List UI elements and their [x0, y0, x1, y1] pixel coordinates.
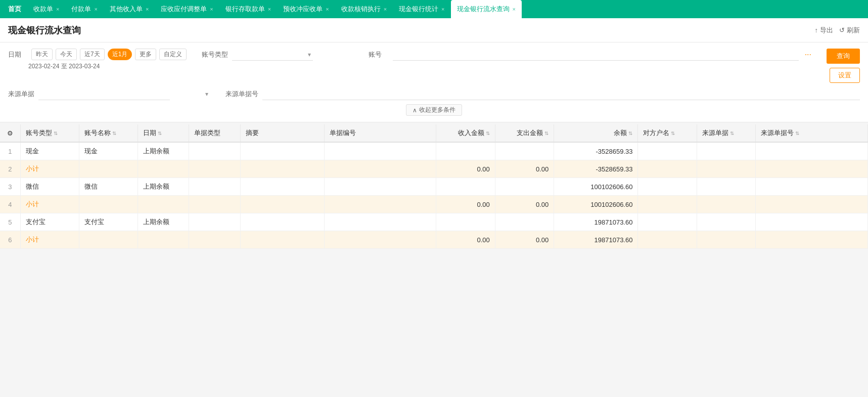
cell-source-doc-num — [756, 178, 868, 196]
cell-expense: 0.00 — [495, 196, 554, 213]
sort-icon: ⇅ — [486, 130, 490, 136]
cell-counterpart — [638, 196, 697, 213]
cell-doc-num — [324, 178, 436, 196]
source-doc-select[interactable] — [38, 88, 170, 100]
cell-balance: -3528659.33 — [554, 160, 638, 178]
cell-summary — [240, 196, 324, 213]
cell-account-name — [79, 231, 138, 249]
close-icon[interactable]: × — [210, 6, 213, 12]
date-btn-yesterday[interactable]: 昨天 — [31, 49, 53, 60]
cell-counterpart — [638, 160, 697, 178]
col-date[interactable]: 日期⇅ — [138, 124, 189, 142]
query-button[interactable]: 查询 — [827, 49, 860, 64]
refresh-button[interactable]: ↺ 刷新 — [839, 26, 860, 35]
collapse-button[interactable]: ∧ 收起更多条件 — [406, 104, 462, 116]
nav-tab-shoukuandan[interactable]: 收款单 × — [27, 0, 65, 18]
date-btn-1month[interactable]: 近1月 — [108, 49, 132, 60]
nav-tab-yinhangcunqu[interactable]: 银行存取款单 × — [219, 0, 277, 18]
nav-tab-liushui[interactable]: 现金银行流水查询 × — [451, 0, 522, 18]
nav-tab-xianjinyinhang[interactable]: 现金银行统计 × — [393, 0, 450, 18]
close-icon[interactable]: × — [441, 6, 444, 12]
page-header: 现金银行流水查询 ↑ 导出 ↺ 刷新 — [0, 18, 868, 42]
row-number: 6 — [0, 231, 20, 249]
col-account-name[interactable]: 账号名称⇅ — [79, 124, 138, 142]
source-doc-num-input[interactable] — [262, 88, 860, 100]
date-btn-more[interactable]: 更多 — [135, 49, 156, 60]
close-icon[interactable]: × — [384, 6, 387, 12]
nav-home[interactable]: 首页 — [2, 0, 27, 18]
cell-doc-num — [324, 160, 436, 178]
col-summary[interactable]: 摘要 — [240, 124, 324, 142]
account-input[interactable] — [393, 49, 798, 61]
close-icon[interactable]: × — [94, 6, 97, 12]
cell-summary — [240, 160, 324, 178]
close-icon[interactable]: × — [268, 6, 271, 12]
data-table: ⚙ 账号类型⇅ 账号名称⇅ 日期⇅ 单据类型 摘要 单据编号 — [0, 124, 868, 249]
nav-tab-yingshouyingfu[interactable]: 应收应付调整单 × — [155, 0, 219, 18]
cell-doc-type — [189, 196, 240, 213]
close-icon[interactable]: × — [326, 6, 329, 12]
cell-date: 上期余额 — [138, 142, 189, 160]
row-number: 3 — [0, 178, 20, 196]
cell-source-doc-num — [756, 142, 868, 160]
gear-icon: ⚙ — [7, 129, 13, 137]
cell-income: 0.00 — [436, 160, 495, 178]
cell-source-doc — [697, 196, 755, 213]
col-settings[interactable]: ⚙ — [0, 124, 20, 142]
sort-icon: ⇅ — [112, 130, 116, 136]
close-icon[interactable]: × — [513, 6, 516, 12]
account-label: 账号 — [369, 50, 389, 59]
cell-account-type: 小计 — [20, 196, 79, 213]
cell-income: 0.00 — [436, 196, 495, 213]
col-doc-num[interactable]: 单据编号 — [324, 124, 436, 142]
export-icon: ↑ — [815, 26, 818, 34]
date-btn-today[interactable]: 今天 — [56, 49, 77, 60]
col-doc-type[interactable]: 单据类型 — [189, 124, 240, 142]
cell-expense: 0.00 — [495, 160, 554, 178]
nav-tab-yushouyingying[interactable]: 预收冲应收单 × — [277, 0, 335, 18]
settings-button[interactable]: 设置 — [830, 68, 860, 83]
cell-expense — [495, 142, 554, 160]
col-source-doc-num[interactable]: 来源单据号⇅ — [756, 124, 868, 142]
sort-icon: ⇅ — [54, 130, 58, 136]
col-counterpart[interactable]: 对方户名⇅ — [638, 124, 697, 142]
cell-source-doc-num — [756, 231, 868, 249]
col-income[interactable]: 收入金额⇅ — [436, 124, 495, 142]
source-doc-label: 来源单据 — [8, 90, 34, 99]
cell-source-doc — [697, 213, 755, 231]
close-icon[interactable]: × — [56, 6, 59, 12]
cell-balance: -3528659.33 — [554, 142, 638, 160]
cell-expense: 0.00 — [495, 231, 554, 249]
cell-account-name: 现金 — [79, 142, 138, 160]
cell-date: 上期余额 — [138, 178, 189, 196]
cell-source-doc-num — [756, 213, 868, 231]
cell-counterpart — [638, 142, 697, 160]
account-type-select[interactable]: 现金 微信 支付宝 — [232, 49, 313, 61]
col-balance[interactable]: 余额⇅ — [554, 124, 638, 142]
cell-account-name — [79, 196, 138, 213]
export-button[interactable]: ↑ 导出 — [815, 26, 834, 35]
cell-balance: 100102606.60 — [554, 196, 638, 213]
row-number: 4 — [0, 196, 20, 213]
cell-doc-num — [324, 196, 436, 213]
nav-tab-shoukuanhexiao[interactable]: 收款核销执行 × — [335, 0, 393, 18]
cell-expense — [495, 178, 554, 196]
cell-date — [138, 160, 189, 178]
table-row: 4小计0.000.00100102606.60 — [0, 196, 868, 213]
cell-account-type: 微信 — [20, 178, 79, 196]
col-source-doc[interactable]: 来源单据⇅ — [697, 124, 755, 142]
cell-source-doc — [697, 160, 755, 178]
cell-source-doc — [697, 178, 755, 196]
cell-summary — [240, 142, 324, 160]
col-expense[interactable]: 支出金额⇅ — [495, 124, 554, 142]
col-account-type[interactable]: 账号类型⇅ — [20, 124, 79, 142]
cell-income — [436, 178, 495, 196]
nav-tab-qitashouru[interactable]: 其他收入单 × — [104, 0, 155, 18]
date-btn-custom[interactable]: 自定义 — [159, 49, 187, 60]
nav-tab-fukuandan[interactable]: 付款单 × — [65, 0, 103, 18]
date-btn-7days[interactable]: 近7天 — [80, 49, 105, 60]
close-icon[interactable]: × — [146, 6, 149, 12]
sort-icon: ⇅ — [730, 130, 734, 136]
data-table-container: ⚙ 账号类型⇅ 账号名称⇅ 日期⇅ 单据类型 摘要 单据编号 — [0, 124, 868, 249]
more-options-icon[interactable]: ··· — [805, 50, 811, 59]
